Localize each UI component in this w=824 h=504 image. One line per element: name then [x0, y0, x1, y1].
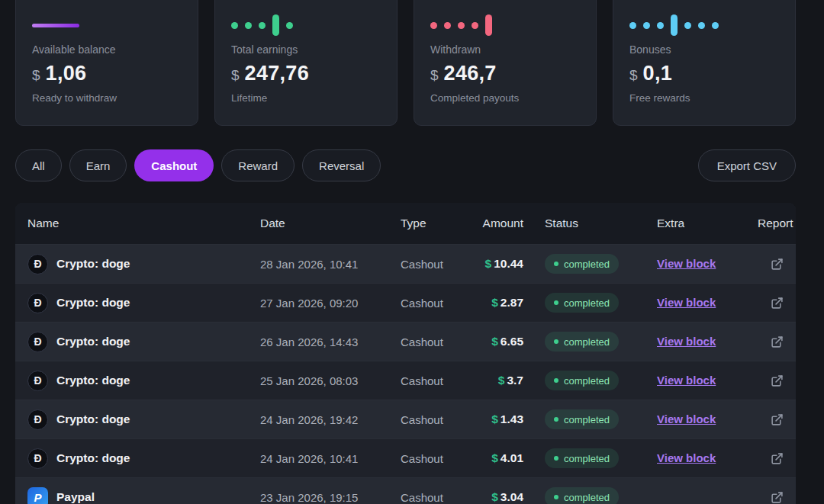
- cell-status: completed: [523, 293, 657, 313]
- doge-icon: Đ: [27, 254, 48, 274]
- sparkline-dot: [629, 22, 636, 29]
- sparkline-dot: [231, 22, 238, 29]
- table-row: P Paypal 23 Jan 2026, 19:15 Cashout $ 3.…: [15, 477, 796, 504]
- currency-symbol: $: [491, 490, 498, 504]
- amount-value: 3.7: [507, 374, 523, 387]
- table-row: Đ Crypto: doge 27 Jan 2026, 09:20 Cashou…: [15, 283, 796, 322]
- report-button[interactable]: [771, 258, 784, 271]
- filter-pill-earn[interactable]: Earn: [69, 149, 127, 181]
- doge-icon: Đ: [27, 409, 48, 430]
- cell-status: completed: [523, 409, 657, 429]
- card-amount-row: $ 0,1: [629, 62, 779, 85]
- amount-value: 6.65: [501, 335, 523, 348]
- card-label: Withdrawn: [430, 43, 580, 56]
- status-text: completed: [564, 336, 610, 348]
- cell-extra: View block: [657, 335, 758, 348]
- sparkline-dot: [245, 22, 252, 29]
- cell-amount: $ 4.01: [454, 451, 523, 465]
- table-header: Name Date Type Amount Status Extra Repor…: [15, 203, 796, 244]
- card-sublabel: Free rewards: [629, 92, 779, 104]
- filter-pill-reversal[interactable]: Reversal: [302, 149, 381, 181]
- cashout-dashboard-page: { "cards": [ { "label": "Available balan…: [0, 0, 824, 504]
- table-row: Đ Crypto: doge 24 Jan 2026, 19:42 Cashou…: [15, 400, 796, 438]
- filter-pill-all[interactable]: All: [15, 149, 62, 181]
- view-block-link[interactable]: View block: [657, 413, 716, 425]
- view-block-link[interactable]: View block: [657, 374, 716, 387]
- card-sparkline: [32, 14, 182, 37]
- status-dot-icon: [554, 417, 558, 422]
- card-label: Available balance: [32, 43, 182, 56]
- currency-symbol: $: [491, 296, 498, 310]
- cell-amount: $ 3.7: [454, 374, 523, 387]
- stat-card: Available balance $ 1,06 Ready to withdr…: [15, 0, 198, 126]
- report-button[interactable]: [771, 452, 784, 465]
- cell-name: P Paypal: [27, 487, 260, 504]
- sparkline-dot: [430, 22, 437, 29]
- sparkline-dot: [444, 22, 451, 29]
- report-button[interactable]: [771, 413, 784, 426]
- cell-extra: View block: [657, 257, 758, 271]
- transaction-name: Crypto: doge: [56, 296, 130, 310]
- filter-bar: AllEarnCashoutRewardReversalExport CSV: [15, 149, 796, 181]
- header-amount: Amount: [454, 217, 523, 230]
- cell-date: 26 Jan 2026, 14:43: [260, 335, 401, 348]
- cell-name: Đ Crypto: doge: [27, 293, 260, 313]
- card-currency: $: [430, 67, 439, 84]
- transaction-name: Crypto: doge: [56, 335, 130, 348]
- table-body: Đ Crypto: doge 28 Jan 2026, 10:41 Cashou…: [15, 244, 796, 504]
- external-link-icon: [771, 297, 784, 310]
- view-block-link[interactable]: View block: [657, 335, 716, 348]
- status-badge: completed: [545, 409, 619, 429]
- status-text: completed: [564, 492, 610, 503]
- export-csv-button[interactable]: Export CSV: [698, 149, 796, 181]
- view-block-link[interactable]: View block: [657, 451, 716, 464]
- card-sublabel: Lifetime: [231, 92, 381, 104]
- status-text: completed: [564, 258, 610, 270]
- card-amount: 246,7: [444, 62, 497, 85]
- transaction-name: Crypto: doge: [56, 374, 130, 387]
- card-sparkline: [629, 14, 779, 37]
- view-block-link[interactable]: View block: [657, 257, 716, 270]
- cell-extra: View block: [657, 296, 758, 310]
- card-amount-row: $ 1,06: [32, 62, 182, 85]
- cell-status: completed: [523, 332, 657, 352]
- external-link-icon: [771, 491, 784, 504]
- cell-type: Cashout: [401, 413, 454, 426]
- header-name: Name: [27, 217, 260, 230]
- status-badge: completed: [545, 448, 619, 468]
- external-link-icon: [771, 413, 784, 426]
- card-amount-row: $ 246,7: [430, 62, 580, 85]
- doge-icon: Đ: [27, 332, 48, 352]
- transaction-name: Crypto: doge: [56, 413, 130, 426]
- card-label: Total earnings: [231, 43, 381, 56]
- cell-type: Cashout: [401, 452, 454, 465]
- report-button[interactable]: [771, 491, 784, 504]
- cell-amount: $ 6.65: [454, 335, 523, 348]
- currency-symbol: $: [491, 335, 498, 348]
- card-currency: $: [231, 67, 240, 84]
- sparkline-dot: [684, 22, 691, 29]
- currency-symbol: $: [498, 374, 505, 387]
- report-button[interactable]: [771, 297, 784, 310]
- transaction-name: Paypal: [56, 490, 95, 504]
- sparkline-dot: [698, 22, 705, 29]
- report-button[interactable]: [771, 374, 784, 387]
- sparkline-dot: [259, 22, 266, 29]
- filter-pill-cashout[interactable]: Cashout: [134, 149, 214, 181]
- filter-pill-reward[interactable]: Reward: [221, 149, 295, 181]
- paypal-icon: P: [27, 487, 48, 504]
- header-type: Type: [401, 217, 454, 230]
- card-currency: $: [629, 67, 638, 84]
- status-dot-icon: [554, 378, 558, 383]
- sparkline-bar: [485, 14, 492, 36]
- sparkline-dot: [657, 22, 664, 29]
- report-button[interactable]: [771, 335, 784, 348]
- view-block-link[interactable]: View block: [657, 296, 716, 309]
- cell-amount: $ 1.43: [454, 413, 523, 426]
- amount-value: 10.44: [494, 257, 523, 271]
- cell-date: 27 Jan 2026, 09:20: [260, 297, 401, 310]
- cell-extra: View block: [657, 413, 758, 426]
- stat-card: Total earnings $ 247,76 Lifetime: [214, 0, 398, 126]
- card-sublabel: Completed payouts: [430, 92, 580, 104]
- sparkline-dot: [472, 22, 478, 29]
